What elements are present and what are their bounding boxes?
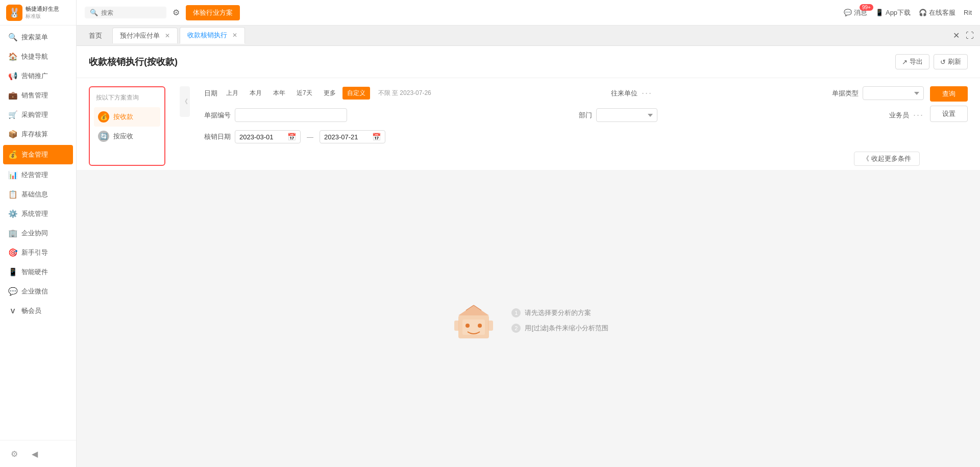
empty-text-block: 1 请先选择要分析的方案 2 用[过滤]条件来缩小分析范围	[511, 308, 608, 333]
user-name: Rit	[964, 9, 972, 16]
writeoff-date-end-calendar-icon[interactable]: 📅	[372, 133, 381, 141]
receivable-icon: 🔄	[98, 131, 109, 142]
refresh-button[interactable]: ↺ 刷新	[934, 54, 968, 69]
app-logo-icon: 🐰	[6, 5, 22, 21]
system-icon: ⚙️	[8, 209, 17, 218]
sidebar-collapse-button[interactable]: ◀	[27, 446, 43, 462]
main-area: 🔍 ⚙ 体验行业方案 💬 消息 99+ 📱 App下载 🎧 在线客服 Rit 首…	[77, 0, 980, 467]
sidebar-item-sales[interactable]: 💼 销售管理	[0, 86, 76, 105]
purchase-icon: 🛒	[8, 110, 17, 119]
page-header-actions: ↗ 导出 ↺ 刷新	[895, 54, 968, 78]
sidebar: 🐰 畅捷通好生意 标准版 🔍 搜索菜单 🏠 快捷导航 📢 营销推广 💼 销售管理…	[0, 0, 77, 467]
sidebar-item-quick-nav[interactable]: 🏠 快捷导航	[0, 47, 76, 66]
topbar-search-input[interactable]	[101, 9, 152, 16]
tab-home[interactable]: 首页	[81, 28, 110, 43]
topbar-search-icon: 🔍	[90, 9, 98, 16]
filter-staff-field: 业务员 ···	[889, 110, 924, 120]
sidebar-item-finance[interactable]: 💰 资金管理	[3, 145, 73, 164]
sidebar-item-system[interactable]: ⚙️ 系统管理	[0, 204, 76, 224]
counterparty-dotdot: ···	[642, 88, 652, 99]
export-icon: ↗	[902, 58, 908, 66]
page-content: 收款核销执行(按收款) ↗ 导出 ↺ 刷新 按以下方案查询 💰 按收款	[77, 46, 980, 467]
filter-sidebar-title: 按以下方案查询	[94, 93, 160, 102]
topbar-search-wrap: 🔍	[85, 7, 166, 18]
doc-no-input[interactable]	[235, 108, 347, 122]
filter-option-by-receivable[interactable]: 🔄 按应收	[94, 127, 160, 146]
collapse-more-button[interactable]: 《 收起更多条件	[854, 152, 920, 166]
svg-rect-1	[462, 319, 485, 335]
empty-text-item-1: 1 请先选择要分析的方案	[511, 308, 608, 317]
tab-close-all-button[interactable]: ✕	[951, 29, 962, 42]
sidebar-settings-button[interactable]: ⚙	[6, 446, 22, 462]
sidebar-item-marketing[interactable]: 📢 营销推广	[0, 66, 76, 86]
date-this-month-button[interactable]: 本月	[245, 87, 266, 100]
sidebar-logo: 🐰 畅捷通好生意 标准版	[0, 0, 76, 26]
app-download-button[interactable]: 📱 App下载	[875, 8, 911, 17]
writeoff-date-start-wrap: 📅	[235, 130, 301, 143]
query-button[interactable]: 查询	[930, 86, 968, 102]
sidebar-item-hardware[interactable]: 📱 智能硬件	[0, 262, 76, 282]
collapse-icon: 《	[863, 154, 869, 163]
export-button[interactable]: ↗ 导出	[895, 54, 929, 69]
date-last-7days-button[interactable]: 近7天	[292, 87, 317, 100]
filter-option-by-receipt[interactable]: 💰 按收款	[94, 107, 160, 127]
online-service-button[interactable]: 🎧 在线客服	[919, 8, 955, 17]
tab-writeoff-close[interactable]: ✕	[232, 32, 237, 39]
date-this-year-button[interactable]: 本年	[268, 87, 290, 100]
sidebar-item-enterprise[interactable]: 🏢 企业协同	[0, 224, 76, 243]
app-name: 畅捷通好生意 标准版	[26, 5, 59, 19]
collapse-more-row: 《 收起更多条件	[204, 152, 924, 166]
filter-doc-no-field: 单据编号	[204, 108, 347, 122]
sidebar-item-inventory[interactable]: 📦 库存核算	[0, 125, 76, 144]
sidebar-bottom: ⚙ ◀	[0, 440, 76, 467]
topbar-gear-icon[interactable]: ⚙	[173, 8, 180, 17]
filter-counterparty-field: 往来单位 ···	[611, 88, 652, 99]
topbar: 🔍 ⚙ 体验行业方案 💬 消息 99+ 📱 App下载 🎧 在线客服 Rit	[77, 0, 980, 26]
sidebar-item-wechat[interactable]: 💬 企业微信	[0, 282, 76, 301]
member-icon: V	[8, 307, 17, 315]
svg-point-2	[465, 324, 470, 328]
tab-prepay-close[interactable]: ✕	[165, 32, 170, 39]
writeoff-date-end-input[interactable]	[324, 133, 370, 141]
filter-dept-field: 部门	[579, 108, 657, 122]
marketing-icon: 📢	[8, 71, 17, 81]
filter-action-buttons: 查询 设置	[930, 86, 968, 166]
sales-icon: 💼	[8, 91, 17, 100]
tab-writeoff[interactable]: 收款核销执行 ✕	[180, 27, 245, 44]
filter-area: 按以下方案查询 💰 按收款 🔄 按应收 《 日期	[77, 78, 980, 170]
message-button[interactable]: 💬 消息 99+	[844, 8, 867, 17]
sidebar-item-operation[interactable]: 📊 经营管理	[0, 165, 76, 185]
sidebar-item-search[interactable]: 🔍 搜索菜单	[0, 28, 76, 47]
date-last-month-button[interactable]: 上月	[222, 87, 243, 100]
solution-button[interactable]: 体验行业方案	[186, 5, 240, 20]
sidebar-item-guide[interactable]: 🎯 新手引导	[0, 243, 76, 262]
sidebar-item-basic[interactable]: 📋 基础信息	[0, 185, 76, 204]
svg-point-3	[478, 324, 482, 328]
message-badge: 99+	[860, 4, 873, 11]
enterprise-icon: 🏢	[8, 229, 17, 238]
wechat-icon: 💬	[8, 287, 17, 296]
date-unlimited-text: 不限 至 2023-07-26	[378, 89, 431, 97]
writeoff-date-start-calendar-icon[interactable]: 📅	[287, 133, 296, 141]
filter-row-2: 单据编号 部门 业务员 ···	[204, 108, 924, 122]
dept-select[interactable]	[596, 108, 657, 122]
setting-button[interactable]: 设置	[930, 106, 968, 122]
sidebar-nav: 🔍 搜索菜单 🏠 快捷导航 📢 营销推广 💼 销售管理 🛒 采购管理 📦 库存核…	[0, 26, 76, 440]
sidebar-item-purchase[interactable]: 🛒 采购管理	[0, 105, 76, 125]
tab-fullscreen-button[interactable]: ⛶	[964, 29, 976, 42]
date-more-button[interactable]: 更多	[319, 87, 340, 100]
home-icon: 🏠	[8, 52, 17, 61]
sidebar-item-member[interactable]: V 畅会员	[0, 301, 76, 321]
divider	[77, 170, 980, 174]
filter-sidebar: 按以下方案查询 💰 按收款 🔄 按应收	[89, 86, 165, 166]
guide-icon: 🎯	[8, 248, 17, 257]
writeoff-date-start-input[interactable]	[239, 133, 285, 141]
svg-rect-4	[454, 321, 459, 331]
date-custom-button[interactable]: 自定义	[342, 87, 370, 100]
filter-collapse-button[interactable]: 《	[180, 86, 190, 117]
doc-type-select[interactable]	[863, 86, 924, 100]
filter-row-3: 核销日期 📅 — 📅	[204, 130, 924, 143]
collapse-arrow-icon: 《	[182, 97, 188, 106]
tab-prepay[interactable]: 预付冲应付单 ✕	[112, 28, 178, 43]
page-header: 收款核销执行(按收款) ↗ 导出 ↺ 刷新	[77, 46, 980, 78]
